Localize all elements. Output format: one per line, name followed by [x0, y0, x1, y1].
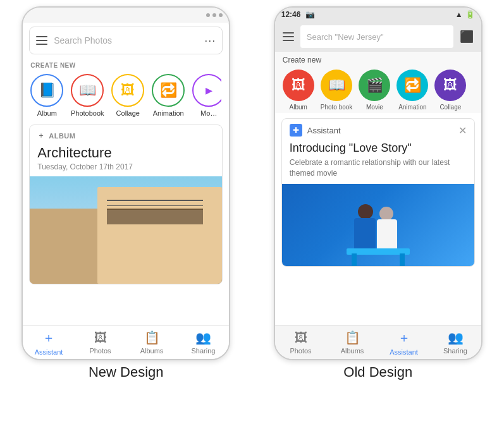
- old-assistant-nav-icon: ＋: [398, 329, 410, 346]
- new-search-placeholder: Search Photos: [54, 35, 198, 46]
- status-dot-1: [206, 13, 210, 17]
- old-status-icons: ▲ 🔋: [455, 10, 475, 19]
- old-collage-label: Collage: [439, 104, 461, 111]
- status-dot-2: [212, 13, 216, 17]
- new-design-label: New Design: [89, 364, 164, 380]
- photos-nav-label: Photos: [89, 347, 111, 355]
- old-design-label: Old Design: [343, 364, 412, 380]
- collage-circle-icon: 🖼: [111, 74, 144, 107]
- old-status-bar: 12:46 📷 ▲ 🔋: [275, 8, 481, 21]
- new-status-bar: [23, 8, 229, 23]
- animation-circle-icon: 🔁: [152, 74, 185, 107]
- old-create-new-label: Create new: [283, 56, 474, 64]
- photobook-label: Photobook: [71, 109, 104, 117]
- old-design-section: 12:46 📷 ▲ 🔋 Search "New Jersey" ⬛: [252, 0, 505, 426]
- album-title: Architecture: [30, 145, 222, 162]
- assistant-image: [282, 184, 474, 266]
- old-nav-assistant[interactable]: ＋ Assistant: [378, 326, 430, 360]
- cast-icon: ⬛: [460, 30, 474, 44]
- couple-bench-illustration: [340, 197, 416, 266]
- new-create-album[interactable]: 📘 Album: [30, 74, 63, 117]
- old-create-movie[interactable]: 🎬 Movie: [359, 70, 390, 111]
- new-create-new-section: CREATE NEW 📘 Album 📖 Photobook 🖼 Collage: [23, 58, 229, 119]
- old-album-circle-icon: 🖼: [283, 70, 314, 101]
- old-create-items: 🖼 Album 📖 Photo book 🎬 Movie 🔁 Animation: [283, 70, 474, 111]
- collage-label: Collage: [116, 109, 140, 117]
- new-design-section: Search Photos ··· CREATE NEW 📘 Album 📖 P…: [0, 0, 252, 426]
- assistant-description: Celebrate a romantic relationship with o…: [282, 157, 474, 184]
- old-photobook-label: Photo book: [321, 104, 353, 111]
- assistant-header-label: Assistant: [307, 126, 453, 135]
- old-time: 12:46: [281, 10, 301, 19]
- new-create-new-label: CREATE NEW: [30, 62, 221, 69]
- new-bottom-nav: ＋ Assistant 🖼 Photos 📋 Albums 👥 Sharing: [23, 325, 229, 359]
- person2-body: [377, 219, 397, 250]
- album-photo: [30, 176, 222, 284]
- old-sharing-nav-label: Sharing: [443, 347, 467, 355]
- old-sharing-nav-icon: 👥: [448, 330, 464, 345]
- old-create-photobook[interactable]: 📖 Photo book: [321, 70, 353, 111]
- new-nav-albums[interactable]: 📋 Albums: [126, 326, 178, 358]
- old-movie-label: Movie: [366, 104, 383, 111]
- more-dots-icon[interactable]: ···: [204, 34, 216, 47]
- old-photos-nav-icon: 🖼: [295, 331, 307, 345]
- new-create-photobook[interactable]: 📖 Photobook: [71, 74, 104, 117]
- old-album-label: Album: [290, 104, 307, 111]
- status-dot-3: [219, 13, 223, 17]
- old-photobook-circle-icon: 📖: [321, 70, 352, 101]
- photo-balcony: [107, 209, 203, 224]
- old-phone: 12:46 📷 ▲ 🔋 Search "New Jersey" ⬛: [274, 6, 482, 360]
- old-collage-circle-icon: 🖼: [434, 70, 466, 101]
- person1-body: [354, 218, 376, 250]
- person2-head: [379, 207, 393, 221]
- photo-railing: [107, 200, 203, 206]
- new-search-bar[interactable]: Search Photos ···: [29, 27, 223, 54]
- old-animation-label: Animation: [398, 104, 426, 111]
- albums-nav-icon: 📋: [144, 330, 160, 345]
- album-label: Album: [37, 109, 57, 117]
- bench-leg-left: [352, 253, 357, 266]
- person1-head: [358, 204, 373, 219]
- photos-nav-icon: 🖼: [94, 331, 107, 345]
- new-nav-photos[interactable]: 🖼 Photos: [75, 327, 126, 358]
- assistant-icon: ✚: [290, 124, 302, 137]
- assistant-nav-icon: ＋: [42, 329, 55, 346]
- old-movie-circle-icon: 🎬: [359, 70, 390, 101]
- sharing-nav-label: Sharing: [192, 347, 216, 355]
- album-card[interactable]: ＋ ALBUM Architecture Tuesday, October 17…: [29, 125, 223, 284]
- new-nav-sharing[interactable]: 👥 Sharing: [178, 326, 230, 358]
- old-create-animation[interactable]: 🔁 Animation: [396, 70, 428, 111]
- album-plus-icon: ＋: [37, 130, 45, 141]
- new-create-more[interactable]: ▸ Mo…: [192, 74, 221, 117]
- old-create-collage[interactable]: 🖼 Collage: [434, 70, 466, 111]
- album-card-header: ＋ ALBUM: [30, 125, 222, 145]
- animation-label: Animation: [153, 109, 184, 117]
- album-date: Tuesday, October 17th 2017: [30, 162, 222, 176]
- old-nav-photos[interactable]: 🖼 Photos: [275, 327, 327, 358]
- album-circle-icon: 📘: [30, 74, 63, 107]
- old-search-input[interactable]: Search "New Jersey": [300, 25, 453, 48]
- new-phone: Search Photos ··· CREATE NEW 📘 Album 📖 P…: [22, 6, 230, 360]
- album-type: ALBUM: [49, 132, 75, 140]
- old-animation-circle-icon: 🔁: [396, 70, 428, 101]
- assistant-nav-label: Assistant: [35, 348, 63, 356]
- comparison-container: Search Photos ··· CREATE NEW 📘 Album 📖 P…: [0, 0, 504, 426]
- more-circle-icon: ▸: [192, 74, 221, 107]
- old-albums-nav-label: Albums: [341, 347, 364, 355]
- old-create-new-section: Create new 🖼 Album 📖 Photo book 🎬 Movie: [275, 52, 481, 113]
- new-nav-assistant[interactable]: ＋ Assistant: [23, 326, 75, 360]
- old-nav-sharing[interactable]: 👥 Sharing: [429, 326, 481, 358]
- photobook-circle-icon: 📖: [71, 74, 104, 107]
- old-albums-nav-icon: 📋: [345, 330, 360, 345]
- new-create-collage[interactable]: 🖼 Collage: [111, 74, 144, 117]
- old-hamburger-icon[interactable]: [283, 32, 294, 41]
- new-create-animation[interactable]: 🔁 Animation: [152, 74, 185, 117]
- old-nav-albums[interactable]: 📋 Albums: [326, 326, 378, 358]
- assistant-card[interactable]: ✚ Assistant ✕ Introducing "Love Story" C…: [281, 118, 475, 267]
- assistant-card-header: ✚ Assistant ✕: [282, 119, 474, 142]
- old-search-placeholder: Search "New Jersey": [307, 32, 384, 42]
- close-button[interactable]: ✕: [458, 125, 467, 137]
- old-create-album[interactable]: 🖼 Album: [283, 70, 314, 111]
- hamburger-icon[interactable]: [36, 36, 47, 45]
- old-bottom-nav: 🖼 Photos 📋 Albums ＋ Assistant 👥 Sharing: [275, 325, 481, 359]
